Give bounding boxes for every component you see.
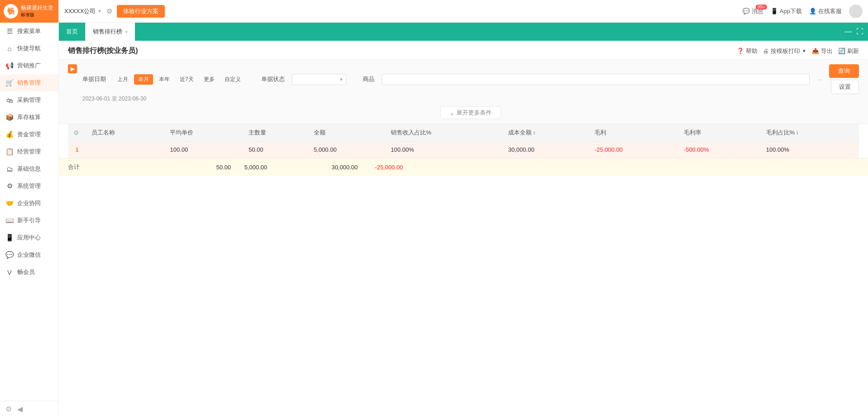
date-cur-year-btn[interactable]: 本年 bbox=[155, 74, 174, 85]
date-filter-label: 单据日期 bbox=[82, 75, 106, 83]
page-header-actions: ❓ 帮助 🖨 按模板打印 ▼ 📤 导出 🔄 刷新 bbox=[737, 47, 859, 55]
status-select[interactable] bbox=[292, 74, 346, 85]
app-label: App下载 bbox=[780, 7, 802, 15]
print-icon: 🖨 bbox=[763, 48, 769, 54]
table-row: 1 100.00 50.00 5,000.00 100.00% 30,000.0… bbox=[68, 142, 859, 158]
help-button[interactable]: ❓ 帮助 bbox=[737, 47, 758, 55]
online-service-button[interactable]: 👤 在线客服 bbox=[809, 7, 842, 15]
amount-cell: 5,000.00 bbox=[308, 142, 385, 158]
tab-sales-ranking[interactable]: 销售排行榜 × bbox=[85, 23, 135, 41]
export-button[interactable]: 📤 导出 bbox=[812, 47, 833, 55]
sidebar-item-11[interactable]: 📖 新手引导 bbox=[0, 212, 58, 229]
date-range-display: 2023-06-01 至 2023-06-30 bbox=[82, 95, 859, 103]
sidebar-item-10[interactable]: 🤝 企业协同 bbox=[0, 195, 58, 212]
refresh-button[interactable]: 🔄 刷新 bbox=[838, 47, 859, 55]
th-profit-rate: 毛利率 bbox=[678, 124, 761, 142]
sidebar-label-3: 销售管理 bbox=[17, 79, 41, 87]
sidebar-label-2: 营销推广 bbox=[17, 62, 41, 70]
sidebar-label-14: 畅会员 bbox=[17, 268, 35, 276]
profit-pct-info-icon[interactable]: ℹ bbox=[796, 130, 798, 135]
th-name: 员工名称 bbox=[86, 124, 164, 142]
message-badge: 99+ bbox=[756, 5, 767, 10]
minimize-icon[interactable]: — bbox=[844, 28, 852, 36]
sales-pct-cell: 100.00% bbox=[385, 142, 503, 158]
th-sales-pct: 销售收入占比% bbox=[385, 124, 503, 142]
filter-row: 单据日期 上月 本月 本年 近7天 更多 自定义 单据状态 bbox=[82, 64, 859, 94]
header-row: ⚙ 员工名称 平均单价 主数量 全额 销售收入占比% 成本全额 ℹ 毛利 毛利率… bbox=[68, 124, 859, 142]
column-settings-icon[interactable]: ⚙ bbox=[73, 129, 79, 136]
settings-icon[interactable]: ⚙ bbox=[106, 7, 112, 15]
expand-icon[interactable]: ⛶ bbox=[856, 28, 863, 36]
sidebar-item-5[interactable]: 📦 库存核算 bbox=[0, 109, 58, 126]
sidebar-item-12[interactable]: 📱 应用中心 bbox=[0, 229, 58, 246]
name-cell bbox=[86, 142, 164, 158]
footer-label: 合计 bbox=[68, 163, 158, 171]
print-button[interactable]: 🖨 按模板打印 ▼ bbox=[763, 47, 806, 55]
avg-price-cell: 100.00 bbox=[164, 142, 243, 158]
page-title: 销售排行榜(按业务员) bbox=[68, 46, 138, 56]
table-header: ⚙ 员工名称 平均单价 主数量 全额 销售收入占比% 成本全额 ℹ 毛利 毛利率… bbox=[68, 124, 859, 142]
sidebar-item-1[interactable]: ⌂ 快捷导航 bbox=[0, 40, 58, 57]
cost-info-icon[interactable]: ℹ bbox=[533, 130, 535, 135]
sidebar-label-13: 企业微信 bbox=[17, 251, 41, 259]
footer-main-qty: 50.00 bbox=[195, 164, 231, 171]
table-wrap: ⚙ 员工名称 平均单价 主数量 全额 销售收入占比% 成本全额 ℹ 毛利 毛利率… bbox=[59, 124, 868, 158]
date-prev-month-btn[interactable]: 上月 bbox=[113, 74, 132, 85]
date-7days-btn[interactable]: 近7天 bbox=[176, 74, 198, 85]
sidebar-icon-1: ⌂ bbox=[5, 45, 14, 53]
sidebar-item-4[interactable]: 🛍 采购管理 bbox=[0, 91, 58, 109]
expand-icon-small: ⌄ bbox=[450, 110, 455, 116]
table-footer: 合计 50.00 5,000.00 30,000.00 -25,000.00 bbox=[59, 158, 868, 176]
date-cur-month-btn[interactable]: 本月 bbox=[134, 74, 153, 85]
footer-profit: -25,000.00 bbox=[358, 164, 403, 171]
sales-ranking-table: ⚙ 员工名称 平均单价 主数量 全额 销售收入占比% 成本全额 ℹ 毛利 毛利率… bbox=[68, 124, 859, 158]
sidebar-item-13[interactable]: 💬 企业微信 bbox=[0, 246, 58, 264]
cost-cell: 30,000.00 bbox=[503, 142, 589, 158]
sidebar-item-3[interactable]: 🛒 销售管理 bbox=[0, 74, 58, 91]
date-more-btn[interactable]: 更多 bbox=[200, 74, 219, 85]
tab-home[interactable]: 首页 bbox=[59, 23, 85, 41]
sidebar-item-0[interactable]: ☰ 搜索菜单 bbox=[0, 23, 58, 40]
sidebar-label-11: 新手引导 bbox=[17, 216, 41, 225]
sidebar: 畅 畅康通好生意 标准版 ☰ 搜索菜单 ⌂ 快捷导航 📢 营销推广 🛒 销售管理… bbox=[0, 0, 59, 417]
sidebar-icon-5: 📦 bbox=[5, 113, 14, 121]
try-industry-button[interactable]: 体验行业方案 bbox=[117, 5, 165, 18]
th-avg-price: 平均单价 bbox=[164, 124, 243, 142]
profit-pct-cell: 100.00% bbox=[761, 142, 859, 158]
goods-input[interactable] bbox=[382, 74, 810, 85]
sidebar-icon-2: 📢 bbox=[5, 62, 14, 70]
sidebar-icon-11: 📖 bbox=[5, 216, 14, 225]
tab-close-icon[interactable]: × bbox=[125, 29, 128, 34]
query-button[interactable]: 查询 bbox=[829, 64, 859, 78]
collapse-sidebar-icon[interactable]: ◀ bbox=[17, 405, 23, 413]
sidebar-item-7[interactable]: 📋 经营管理 bbox=[0, 143, 58, 160]
sidebar-item-9[interactable]: ⚙ 系统管理 bbox=[0, 177, 58, 195]
th-cost: 成本全额 ℹ bbox=[503, 124, 589, 142]
user-avatar[interactable] bbox=[849, 5, 863, 18]
sidebar-icon-4: 🛍 bbox=[5, 96, 14, 104]
page-content: 销售排行榜(按业务员) ❓ 帮助 🖨 按模板打印 ▼ 📤 导出 bbox=[59, 41, 868, 417]
date-buttons: 上月 本月 本年 近7天 更多 自定义 bbox=[113, 74, 245, 85]
settings-bottom-icon[interactable]: ⚙ bbox=[5, 405, 12, 413]
tabbar: 首页 销售排行榜 × — ⛶ bbox=[59, 23, 868, 41]
sidebar-logo: 畅 畅康通好生意 标准版 bbox=[0, 0, 58, 23]
company-selector[interactable]: XXXXX公司 ▼ bbox=[64, 7, 102, 15]
sidebar-item-6[interactable]: 💰 资金管理 bbox=[0, 126, 58, 143]
message-button[interactable]: 💬 消息 99+ bbox=[743, 7, 763, 15]
date-custom-btn[interactable]: 自定义 bbox=[221, 74, 245, 85]
setting-button[interactable]: 设置 bbox=[831, 80, 859, 94]
export-icon: 📤 bbox=[812, 48, 819, 54]
th-main-qty: 主数量 bbox=[243, 124, 308, 142]
sidebar-item-8[interactable]: 🗂 基础信息 bbox=[0, 160, 58, 177]
goods-more-icon[interactable]: ··· bbox=[817, 76, 822, 83]
filter-collapse-arrow[interactable]: ▶ bbox=[68, 64, 77, 73]
app-download-button[interactable]: 📱 App下载 bbox=[771, 7, 802, 15]
th-profit: 毛利 bbox=[589, 124, 678, 142]
status-filter-label: 单据状态 bbox=[261, 75, 285, 83]
export-label: 导出 bbox=[821, 47, 833, 55]
sidebar-item-2[interactable]: 📢 营销推广 bbox=[0, 57, 58, 74]
message-icon: 💬 bbox=[743, 8, 750, 14]
expand-conditions-button[interactable]: ⌄ 展开更多条件 bbox=[440, 106, 501, 119]
sidebar-item-14[interactable]: V 畅会员 bbox=[0, 264, 58, 281]
goods-filter-label: 商品 bbox=[363, 75, 374, 83]
